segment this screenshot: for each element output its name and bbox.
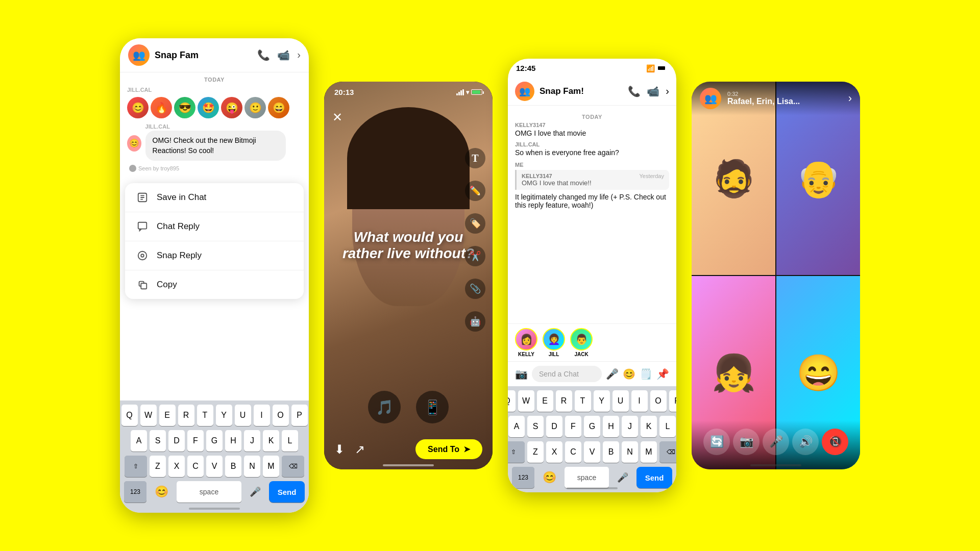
key-i[interactable]: I <box>254 405 270 426</box>
key-t[interactable]: T <box>197 405 213 426</box>
key-v[interactable]: V <box>206 456 223 477</box>
key-s[interactable]: S <box>150 430 166 452</box>
key-f[interactable]: F <box>187 430 204 452</box>
p3-send-button[interactable]: Send <box>636 467 672 488</box>
p3-key-r[interactable]: R <box>556 390 572 412</box>
bitmoji-input-icon[interactable]: 📌 <box>656 368 669 380</box>
camera-flip-button[interactable]: 🔄 <box>703 429 730 455</box>
bitmoji-tool[interactable]: 🤖 <box>465 311 485 332</box>
p3-key-a[interactable]: A <box>508 416 525 437</box>
p3-emoji-key[interactable]: 😊 <box>538 469 560 486</box>
sticker-tool[interactable]: 🏷️ <box>465 213 485 234</box>
p3-key-q[interactable]: Q <box>508 390 516 412</box>
numbers-key[interactable]: 123 <box>124 481 146 503</box>
p3-mic-key[interactable]: 🎤 <box>613 470 632 485</box>
mute-button[interactable]: 🎤 <box>763 429 789 455</box>
phone-call-icon[interactable]: 📞 <box>257 49 270 61</box>
shift-key[interactable]: ⇧ <box>125 456 147 477</box>
p3-key-x[interactable]: X <box>546 441 562 463</box>
key-b[interactable]: B <box>225 456 241 477</box>
key-a[interactable]: A <box>131 430 147 452</box>
key-o[interactable]: O <box>273 405 289 426</box>
key-g[interactable]: G <box>206 430 223 452</box>
save-in-chat-button[interactable]: Save in Chat <box>125 183 304 212</box>
text-tool[interactable]: T <box>465 148 485 168</box>
key-h[interactable]: H <box>225 430 241 452</box>
send-to-button[interactable]: Send To ➤ <box>415 439 482 459</box>
p3-key-w[interactable]: W <box>518 390 534 412</box>
copy-button[interactable]: Copy <box>125 270 304 299</box>
chat-input-field[interactable]: Send a Chat <box>532 366 602 382</box>
phone4-chevron[interactable]: › <box>848 92 852 105</box>
p3-key-f[interactable]: F <box>565 416 581 437</box>
key-z[interactable]: Z <box>150 456 166 477</box>
p3-space-key[interactable]: space <box>565 467 609 488</box>
mic-input-icon[interactable]: 🎤 <box>606 368 619 380</box>
share-icon[interactable]: ↗ <box>355 442 365 457</box>
key-l[interactable]: L <box>282 430 298 452</box>
sticker-input-icon[interactable]: 🗒️ <box>640 368 652 380</box>
p3-key-y[interactable]: Y <box>594 390 610 412</box>
key-j[interactable]: J <box>244 430 260 452</box>
p3-key-t[interactable]: T <box>575 390 591 412</box>
key-w[interactable]: W <box>140 405 157 426</box>
chevron-icon-p3[interactable]: › <box>666 85 669 97</box>
camera-input-icon[interactable]: 📷 <box>515 368 528 380</box>
key-p[interactable]: P <box>291 405 308 426</box>
p3-key-i[interactable]: I <box>631 390 648 412</box>
key-k[interactable]: K <box>263 430 279 452</box>
emoji-key[interactable]: 😊 <box>151 483 173 500</box>
key-q[interactable]: Q <box>121 405 138 426</box>
p3-key-l[interactable]: L <box>659 416 676 437</box>
p3-key-d[interactable]: D <box>546 416 562 437</box>
p3-key-u[interactable]: U <box>612 390 629 412</box>
chat-reply-button[interactable]: Chat Reply <box>125 212 304 241</box>
p3-key-o[interactable]: O <box>650 390 667 412</box>
key-x[interactable]: X <box>168 456 185 477</box>
phone2-status-icons: ▾ <box>456 89 482 96</box>
p3-key-g[interactable]: G <box>584 416 600 437</box>
video-call-icon[interactable]: 📹 <box>277 49 290 61</box>
mic-key[interactable]: 🎤 <box>246 484 265 499</box>
close-button[interactable]: ✕ <box>332 110 342 124</box>
p3-key-k[interactable]: K <box>641 416 657 437</box>
paperclip-tool[interactable]: 📎 <box>465 279 485 299</box>
p3-key-z[interactable]: Z <box>527 441 544 463</box>
key-r[interactable]: R <box>178 405 194 426</box>
scissors-tool[interactable]: ✂️ <box>465 246 485 266</box>
p3-key-e[interactable]: E <box>537 390 553 412</box>
key-e[interactable]: E <box>159 405 176 426</box>
p3-key-j[interactable]: J <box>622 416 638 437</box>
p3-key-p[interactable]: P <box>669 390 677 412</box>
end-call-button[interactable]: 📵 <box>822 429 848 455</box>
p3-key-s[interactable]: S <box>527 416 544 437</box>
p3-key-b[interactable]: B <box>603 441 619 463</box>
key-d[interactable]: D <box>168 430 185 452</box>
p3-key-h[interactable]: H <box>603 416 619 437</box>
emoji-input-icon[interactable]: 😊 <box>623 368 635 380</box>
p3-key-v[interactable]: V <box>584 441 600 463</box>
key-n[interactable]: N <box>244 456 260 477</box>
download-icon[interactable]: ⬇ <box>334 442 345 457</box>
snap-reply-button[interactable]: Snap Reply <box>125 241 304 270</box>
p3-delete-key[interactable]: ⌫ <box>659 441 676 463</box>
space-key[interactable]: space <box>177 481 241 503</box>
delete-key[interactable]: ⌫ <box>282 456 304 477</box>
snap-fam-avatar-p3: 👥 <box>515 82 534 101</box>
speaker-button[interactable]: 🔊 <box>792 429 819 455</box>
send-button[interactable]: Send <box>269 481 305 503</box>
chevron-right-icon[interactable]: › <box>297 49 301 61</box>
key-m[interactable]: M <box>263 456 279 477</box>
p3-key-n[interactable]: N <box>622 441 638 463</box>
p3-key-c[interactable]: C <box>565 441 581 463</box>
p3-numbers-key[interactable]: 123 <box>512 467 534 488</box>
draw-tool[interactable]: ✏️ <box>465 181 485 201</box>
key-y[interactable]: Y <box>216 405 232 426</box>
video-icon-p3[interactable]: 📹 <box>647 85 659 97</box>
p3-key-m[interactable]: M <box>641 441 657 463</box>
key-c[interactable]: C <box>187 456 204 477</box>
camera-off-button[interactable]: 📷 <box>733 429 760 455</box>
call-icon-p3[interactable]: 📞 <box>628 85 641 97</box>
p3-shift-key[interactable]: ⇧ <box>508 441 525 463</box>
key-u[interactable]: U <box>235 405 251 426</box>
